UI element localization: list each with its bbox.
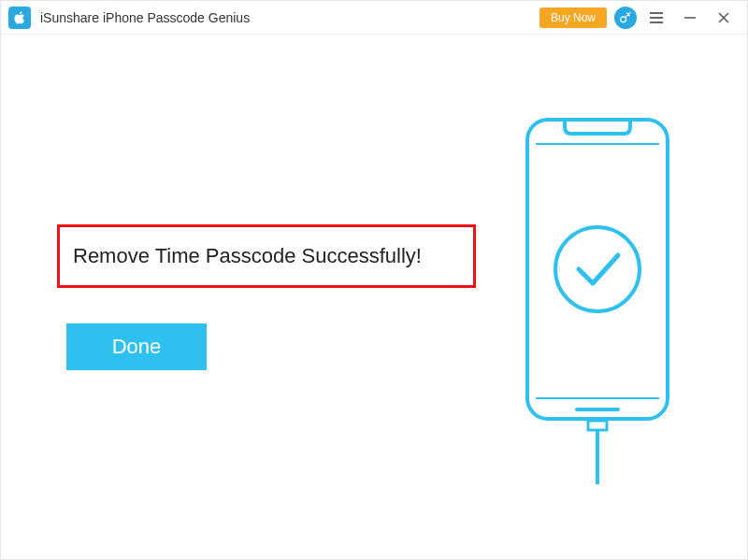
done-button[interactable]: Done [66, 323, 207, 370]
phone-success-illustration [513, 110, 682, 484]
phone-illustration-column [495, 110, 700, 484]
close-button[interactable] [715, 9, 732, 26]
app-apple-icon [8, 7, 31, 29]
main-content: Remove Time Passcode Successfully! Done [1, 35, 747, 559]
buy-now-button[interactable]: Buy Now [539, 7, 607, 28]
svg-rect-4 [527, 120, 668, 419]
svg-rect-8 [588, 421, 607, 430]
success-message-highlight: Remove Time Passcode Successfully! [57, 224, 476, 288]
checkmark-icon [579, 255, 618, 283]
hamburger-menu-icon[interactable] [648, 9, 665, 26]
minimize-button[interactable] [682, 9, 698, 26]
titlebar: iSunshare iPhone Passcode Genius Buy Now [1, 1, 747, 35]
register-key-icon[interactable] [614, 7, 637, 29]
app-title: iSunshare iPhone Passcode Genius [40, 10, 250, 25]
checkmark-circle-icon [555, 227, 640, 311]
success-message: Remove Time Passcode Successfully! [73, 244, 460, 268]
svg-point-0 [621, 16, 626, 22]
message-column: Remove Time Passcode Successfully! Done [48, 224, 495, 370]
